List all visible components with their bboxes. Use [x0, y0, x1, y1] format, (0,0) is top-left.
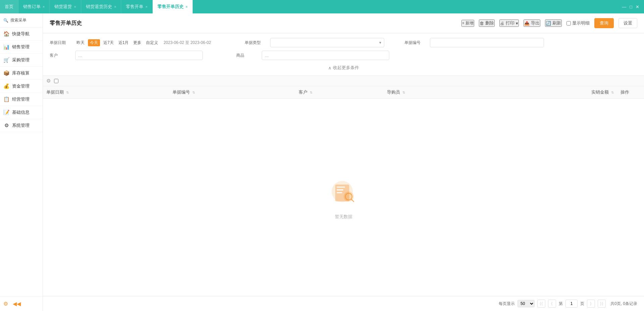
tab-home[interactable]: 首页	[0, 0, 18, 13]
print-button[interactable]: 🖨 打印 ▾	[499, 19, 519, 27]
order-no-label: 单据编号	[404, 40, 423, 46]
display-detail-input[interactable]	[566, 21, 571, 25]
tab-retail-open[interactable]: 零售开单 ×	[121, 0, 152, 13]
display-detail-checkbox[interactable]: 显示明细	[566, 20, 590, 26]
prev-page-button[interactable]: ⟨	[548, 300, 556, 308]
sort-orderno-icon: ⇅	[192, 91, 195, 94]
minimize-button[interactable]: —	[622, 4, 626, 9]
close-tab-sales-return[interactable]: ×	[74, 5, 76, 9]
close-tab-sales-return-history[interactable]: ×	[114, 5, 116, 9]
page-header: 零售开单历史 + 新增 🗑 删除 🖨 打印 ▾ 📤 导出 🔄	[43, 13, 644, 33]
sort-amount-icon: ⇅	[611, 91, 614, 94]
date-label: 单据日期	[50, 40, 68, 46]
pagination: 每页显示 50 20 100 ⟨⟨ ⟨ 第 页 ⟩ ⟩⟩ 共0页, 0条记录	[43, 296, 644, 311]
sales-icon: 📊	[3, 44, 9, 50]
col-actions: 操作	[617, 86, 644, 99]
col-date[interactable]: 单据日期 ⇅	[43, 86, 169, 99]
sidebar-item-quicknav[interactable]: 🏠 快捷导航	[0, 28, 43, 41]
first-page-button[interactable]: ⟨⟨	[537, 300, 545, 308]
sidebar-item-basic-info[interactable]: 📝 基础信息	[0, 106, 43, 119]
page-label-post: 页	[580, 301, 584, 307]
last-page-button[interactable]: ⟩⟩	[598, 300, 606, 308]
customer-input[interactable]: ...	[75, 51, 203, 60]
per-page-label: 每页显示	[499, 301, 515, 307]
top-tab-bar: 首页 销售订单 × 销货退货 × 销货退货历史 × 零售开单 × 零售开单历史 …	[0, 0, 644, 13]
sidebar-item-label: 经营管理	[12, 96, 30, 102]
customer-dots: ...	[78, 53, 82, 58]
sidebar-bottom: ⚙ ◀◀	[0, 296, 43, 311]
sidebar-search[interactable]: 🔍 搜索采单	[0, 13, 43, 28]
sidebar-item-label: 快捷导航	[12, 31, 30, 37]
current-page-input[interactable]	[565, 300, 578, 308]
chevron-down-icon: ▾	[379, 40, 381, 45]
purchase-icon: 🛒	[3, 57, 9, 63]
date-btn-7days[interactable]: 近7天	[102, 39, 115, 46]
col-customer[interactable]: 客户 ⇅	[295, 86, 384, 99]
sidebar-item-label: 库存核算	[12, 70, 30, 76]
svg-rect-3	[337, 189, 343, 190]
page-title: 零售开单历史	[50, 20, 82, 27]
page-label-pre: 第	[559, 301, 563, 307]
add-button[interactable]: + 新增	[461, 20, 474, 27]
date-btn-yesterday[interactable]: 昨天	[75, 39, 86, 46]
tab-sales-order[interactable]: 销售订单 ×	[18, 0, 50, 13]
collapse-sidebar-icon[interactable]: ◀◀	[13, 301, 21, 307]
date-btn-today[interactable]: 今天	[88, 39, 100, 46]
collapse-label: 收起更多条件	[333, 65, 359, 71]
date-btn-custom[interactable]: 自定义	[145, 39, 159, 46]
filter-settings-button[interactable]: 设置	[618, 18, 637, 28]
date-btn-more[interactable]: 更多	[132, 39, 143, 46]
refresh-button[interactable]: 🔄 刷新	[545, 19, 562, 27]
sidebar-item-system[interactable]: ⚙ 系统管理	[0, 119, 43, 132]
table-settings-icon[interactable]: ⚙	[46, 78, 51, 84]
page-actions: + 新增 🗑 删除 🖨 打印 ▾ 📤 导出 🔄 刷新	[461, 18, 637, 28]
select-all-checkbox[interactable]	[54, 79, 58, 83]
order-no-input[interactable]	[430, 38, 544, 47]
close-button[interactable]: ✕	[636, 4, 639, 9]
maximize-button[interactable]: □	[630, 4, 632, 9]
close-tab-sales-order[interactable]: ×	[43, 5, 45, 9]
sort-customer-icon: ⇅	[310, 91, 312, 94]
customer-label: 客户	[50, 53, 68, 58]
sidebar-item-label: 采购管理	[12, 57, 30, 63]
finance-icon: 💰	[3, 83, 9, 89]
date-btn-1month[interactable]: 近1月	[117, 39, 130, 46]
export-button[interactable]: 📤 导出	[524, 19, 540, 27]
order-type-select[interactable]: ▾	[270, 38, 384, 47]
window-controls: — □ ✕	[617, 0, 644, 13]
per-page-select[interactable]: 50 20 100	[517, 300, 535, 307]
goods-label: 商品	[236, 53, 255, 58]
close-tab-retail-open[interactable]: ×	[145, 5, 147, 9]
inventory-icon: 📦	[3, 70, 9, 76]
chevron-up-icon: ∧	[328, 65, 332, 70]
management-icon: 📋	[3, 96, 9, 102]
sidebar-item-label: 基础信息	[12, 109, 30, 115]
filter-row-1: 单据日期 昨天 今天 近7天 近1月 更多 自定义 2023-06-02 至 2…	[50, 38, 637, 47]
delete-button[interactable]: 🗑 删除	[479, 19, 495, 27]
close-tab-retail-history[interactable]: ×	[186, 5, 188, 9]
tab-retail-history[interactable]: 零售开单历史 ×	[153, 0, 193, 13]
next-page-button[interactable]: ⟩	[587, 300, 595, 308]
collapse-filter-row[interactable]: ∧ 收起更多条件	[50, 63, 637, 73]
goods-input[interactable]: ...	[262, 51, 389, 60]
sidebar-item-management[interactable]: 📋 经营管理	[0, 93, 43, 106]
tab-sales-return-history[interactable]: 销货退货历史 ×	[81, 0, 121, 13]
col-order-no[interactable]: 单据编号 ⇅	[169, 86, 295, 99]
main-layout: 🔍 搜索采单 🏠 快捷导航 📊 销售管理 🛒 采购管理 📦 库存核算 💰 资金管…	[0, 13, 644, 311]
sidebar-item-label: 系统管理	[12, 122, 30, 128]
settings-icon[interactable]: ⚙	[3, 301, 8, 307]
col-amount[interactable]: 实销金额 ⇅	[491, 86, 617, 99]
table-header-row: 单据日期 ⇅ 单据编号 ⇅ 客户 ⇅ 导购员 ⇅	[43, 86, 644, 99]
sidebar-item-inventory[interactable]: 📦 库存核算	[0, 67, 43, 80]
sidebar-item-sales[interactable]: 📊 销售管理	[0, 41, 43, 54]
system-icon: ⚙	[3, 122, 9, 128]
sidebar-item-finance[interactable]: 💰 资金管理	[0, 80, 43, 93]
tab-sales-return[interactable]: 销货退货 ×	[50, 0, 81, 13]
col-salesperson[interactable]: 导购员 ⇅	[384, 86, 491, 99]
search-icon: 🔍	[3, 18, 8, 23]
sidebar-item-label: 销售管理	[12, 44, 30, 50]
empty-icon	[327, 175, 360, 208]
sort-salesperson-icon: ⇅	[402, 91, 405, 94]
sidebar-item-purchase[interactable]: 🛒 采购管理	[0, 54, 43, 67]
query-button[interactable]: 查询	[594, 18, 614, 28]
